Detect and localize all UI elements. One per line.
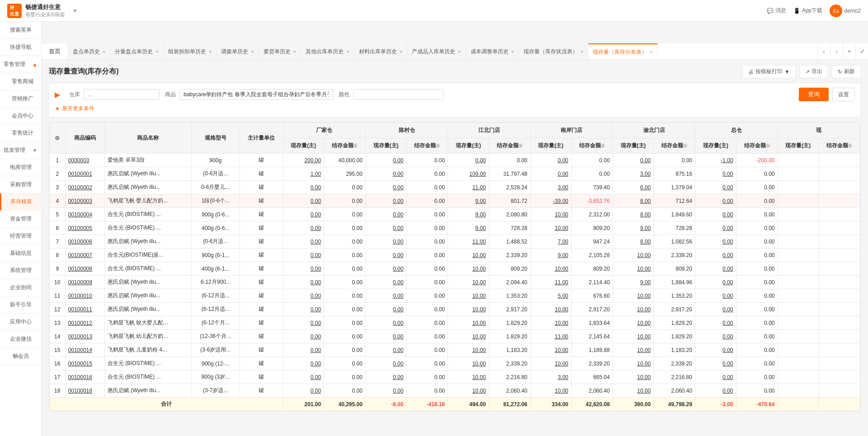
cell-cf-qty[interactable]: 0.00: [283, 262, 324, 276]
tab-prev-btn[interactable]: ‹: [817, 43, 830, 60]
cell-jb-qty[interactable]: 9.00: [448, 194, 489, 208]
cell-na-qty[interactable]: 5.00: [530, 289, 571, 303]
tab-outbound[interactable]: 其他出库单历史 ×: [301, 43, 354, 60]
cell-cc-qty[interactable]: 0.00: [365, 330, 406, 343]
cell-cc-qty[interactable]: 0.00: [365, 303, 406, 316]
close-tab-4[interactable]: ×: [251, 43, 254, 60]
cell-cf-qty[interactable]: 0.00: [283, 208, 324, 221]
close-tab-10[interactable]: ×: [580, 43, 583, 60]
cell-jb-qty[interactable]: 9.00: [448, 221, 489, 235]
cell-jb-qty[interactable]: 9.00: [448, 208, 489, 221]
cell-jb-qty[interactable]: 10.00: [448, 262, 489, 276]
cell-na-qty[interactable]: 0.00: [530, 167, 571, 181]
th-settings[interactable]: ⚙: [50, 123, 66, 154]
close-tab-1[interactable]: ×: [103, 43, 105, 60]
sidebar-item-member[interactable]: 会员中心: [0, 108, 41, 125]
cell-cc-qty[interactable]: 0.00: [365, 194, 406, 208]
cell-jb-qty[interactable]: 0.00: [448, 154, 489, 167]
cell-jb-qty[interactable]: 10.00: [448, 248, 489, 262]
cell-jb-qty[interactable]: 10.00: [448, 330, 489, 343]
sidebar-item-base[interactable]: 基础信息: [0, 245, 41, 262]
user-avatar[interactable]: Ea demo2: [830, 5, 861, 17]
cell-cf-qty[interactable]: 0.00: [283, 343, 324, 357]
close-tab-9[interactable]: ×: [511, 43, 514, 60]
cell-na-qty[interactable]: 3.00: [530, 181, 571, 194]
cell-jb-qty[interactable]: 10.00: [448, 316, 489, 330]
cell-cf-qty[interactable]: 0.00: [283, 357, 324, 370]
cell-na-qty[interactable]: 3.00: [530, 370, 571, 384]
settings-btn[interactable]: 设置: [832, 88, 855, 101]
sidebar-item-member2[interactable]: 畅会员: [0, 348, 41, 365]
cell-total-qty[interactable]: 0.00: [695, 262, 736, 276]
tab-product-in[interactable]: 产成品入库单历史 ×: [407, 43, 466, 60]
sidebar-item-guide[interactable]: 新手引导: [0, 296, 41, 314]
cell-na-qty[interactable]: 10.00: [530, 357, 571, 370]
cell-cf-qty[interactable]: 1.00: [283, 167, 324, 181]
cell-total-qty[interactable]: 0.00: [695, 276, 736, 289]
cell-jb-qty[interactable]: 10.00: [448, 343, 489, 357]
expand-filter-btn[interactable]: ▼ 展开更多条件: [55, 105, 855, 113]
cell-total-qty[interactable]: 0.00: [695, 303, 736, 316]
cell-total-qty[interactable]: 0.00: [695, 343, 736, 357]
sidebar-item-ops[interactable]: 经营管理: [0, 228, 41, 245]
cell-yb-qty[interactable]: 9.00: [613, 221, 654, 235]
close-tab-8[interactable]: ×: [458, 43, 461, 60]
sidebar-item-retail-mgmt[interactable]: 零售管理▲: [0, 56, 41, 73]
export-btn[interactable]: ↗ 导出: [799, 65, 828, 78]
cell-yb-qty[interactable]: 10.00: [613, 289, 654, 303]
close-tab-2[interactable]: ×: [156, 43, 158, 60]
sidebar-item-retail-mall[interactable]: 零售商城: [0, 73, 41, 90]
cell-jb-qty[interactable]: 11.00: [448, 181, 489, 194]
cell-cc-qty[interactable]: 0.00: [365, 276, 406, 289]
tab-stock-status[interactable]: 现存量（库存状况表） ×: [519, 43, 588, 60]
cell-yb-qty[interactable]: 8.00: [613, 208, 654, 221]
cell-yb-qty[interactable]: 10.00: [613, 343, 654, 357]
cell-cf-qty[interactable]: 0.00: [283, 370, 324, 384]
cell-total-qty[interactable]: -1.00: [695, 154, 736, 167]
refresh-btn[interactable]: ↻ 刷新: [832, 65, 861, 78]
cell-na-qty[interactable]: 11.00: [530, 276, 571, 289]
cell-cc-qty[interactable]: 0.00: [365, 384, 406, 398]
close-tab-3[interactable]: ×: [209, 43, 212, 60]
cell-jb-qty[interactable]: 10.00: [448, 357, 489, 370]
sidebar-item-ecommerce[interactable]: 电商管理: [0, 159, 41, 176]
cell-yb-qty[interactable]: 10.00: [613, 370, 654, 384]
tab-assemble[interactable]: 组装拆卸单历史 ×: [164, 43, 217, 60]
cell-jb-qty[interactable]: 11.00: [448, 235, 489, 248]
cell-na-qty[interactable]: 10.00: [530, 208, 571, 221]
cell-cf-qty[interactable]: 0.00: [283, 316, 324, 330]
sidebar-item-system[interactable]: 系统管理: [0, 262, 41, 279]
cell-jb-qty[interactable]: 109.00: [448, 167, 489, 181]
cell-yb-qty[interactable]: 9.00: [613, 276, 654, 289]
cell-na-qty[interactable]: -39.00: [530, 194, 571, 208]
tab-material-out[interactable]: 材料出库单历史 ×: [354, 43, 407, 60]
cell-cc-qty[interactable]: 0.00: [365, 181, 406, 194]
message-btn[interactable]: 💬 消息: [767, 7, 786, 14]
sidebar-item-collab[interactable]: 企业协同: [0, 279, 41, 296]
cell-yb-qty[interactable]: 10.00: [613, 330, 654, 343]
tab-close-btn[interactable]: ×: [843, 43, 855, 60]
filter-toggle-btn[interactable]: ▶: [55, 90, 60, 99]
cell-yb-qty[interactable]: 10.00: [613, 303, 654, 316]
print-btn[interactable]: 🖨 按模板打印 ▼: [742, 65, 796, 78]
cell-cc-qty[interactable]: 0.00: [365, 289, 406, 303]
cell-na-qty[interactable]: 9.00: [530, 248, 571, 262]
sidebar-item-finance[interactable]: 资金管理: [0, 211, 41, 228]
close-tab-11[interactable]: ×: [650, 44, 652, 60]
cell-total-qty[interactable]: 0.00: [695, 208, 736, 221]
cell-yb-qty[interactable]: 6.00: [613, 181, 654, 194]
tab-stock-dist[interactable]: 现存量（库存分布表） ×: [588, 43, 657, 60]
tab-expand-btn[interactable]: ⤢: [855, 43, 868, 60]
cell-cc-qty[interactable]: 0.00: [365, 370, 406, 384]
sidebar-item-marketing[interactable]: 营销推广: [0, 90, 41, 108]
cell-cf-qty[interactable]: 0.00: [283, 181, 324, 194]
sidebar-item-purchase[interactable]: 采购管理: [0, 176, 41, 193]
color-input[interactable]: [353, 89, 443, 100]
cell-na-qty[interactable]: 10.00: [530, 221, 571, 235]
cell-total-qty[interactable]: 0.00: [695, 194, 736, 208]
cell-cc-qty[interactable]: 0.00: [365, 167, 406, 181]
product-input[interactable]: [179, 89, 333, 100]
cell-cf-qty[interactable]: 0.00: [283, 384, 324, 398]
cell-cc-qty[interactable]: 0.00: [365, 316, 406, 330]
tab-transfer[interactable]: 调拨单历史 ×: [217, 43, 259, 60]
